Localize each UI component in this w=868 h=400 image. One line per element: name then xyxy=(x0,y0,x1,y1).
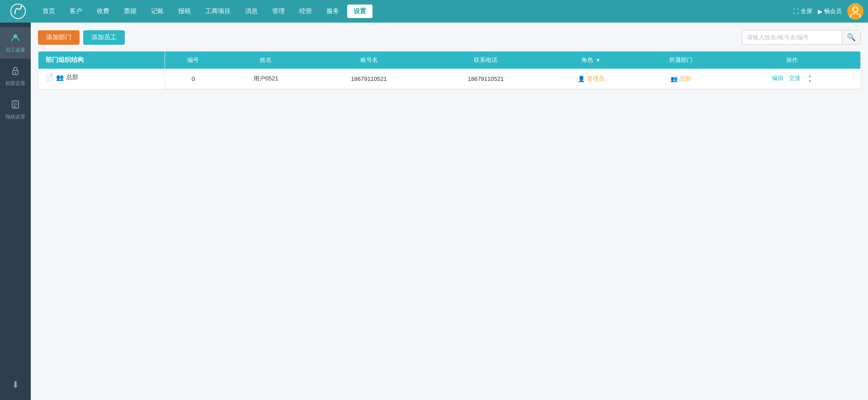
nav-business[interactable]: 工商项目 xyxy=(199,5,237,18)
cell-role: 👤 管理员 xyxy=(544,69,638,89)
dept-user-icon: 👥 xyxy=(56,74,64,81)
employee-table-area: 编号 姓名 账号名 联系电话 角色 ▼ 所属部门 操作 xyxy=(165,52,860,89)
col-phone: 联系电话 xyxy=(427,52,544,69)
nav-fee[interactable]: 收费 xyxy=(90,5,116,18)
edit-button[interactable]: 编辑 xyxy=(770,74,785,82)
dept-tree-item-root[interactable]: 📄 👥 总部 xyxy=(38,69,165,86)
fullscreen-label: 全屏 xyxy=(801,7,812,15)
search-button[interactable]: 🔍 xyxy=(842,30,860,44)
lock-icon xyxy=(10,66,20,78)
sidebar-permission-label: 权限设置 xyxy=(5,80,25,87)
right-tools: ⛶ 全屏 ▶ 畅会员 xyxy=(793,3,863,19)
role-user-icon: 👤 xyxy=(578,75,585,82)
nav-items: 首页 客户 收费 票据 记账 报税 工商项目 消息 管理 经营 服务 设置 xyxy=(36,5,793,18)
cell-account: 18679110521 xyxy=(311,69,427,89)
svg-point-1 xyxy=(20,5,22,7)
dept-tree-header: 部门组织结构 xyxy=(38,52,165,69)
search-input[interactable] xyxy=(742,31,842,43)
content-area: 部门组织结构 📄 👥 总部 编号 姓名 账号名 联系电话 xyxy=(38,51,861,89)
vip-icon: ▶ xyxy=(818,8,822,15)
scroll-down-icon[interactable]: ▼ xyxy=(807,79,812,84)
col-dept: 所属部门 xyxy=(638,52,724,69)
col-id: 编号 xyxy=(165,52,222,69)
cell-actions: 编辑 交接 ▲ ▼ xyxy=(724,69,860,89)
avatar[interactable] xyxy=(847,3,863,19)
col-role[interactable]: 角色 ▼ xyxy=(544,52,638,69)
svg-point-7 xyxy=(856,9,857,9)
sidebar-item-permission[interactable]: 权限设置 xyxy=(0,61,31,92)
main-content: 添加部门 添加员工 🔍 部门组织结构 📄 👥 总部 xyxy=(31,23,868,400)
nav-manage[interactable]: 管理 xyxy=(266,5,291,18)
svg-point-10 xyxy=(15,72,16,74)
nav-invoice[interactable]: 票据 xyxy=(118,5,143,18)
table-row: 0 用户0521 18679110521 18679110521 👤 管理员 xyxy=(165,69,860,89)
cell-dept: 👥 总部 xyxy=(638,69,724,89)
sidebar-employee-label: 员工设置 xyxy=(5,47,25,53)
col-name: 姓名 xyxy=(222,52,311,69)
employee-icon xyxy=(10,33,20,45)
top-navigation: 首页 客户 收费 票据 记账 报税 工商项目 消息 管理 经营 服务 设置 ⛶ … xyxy=(0,0,868,23)
app-logo xyxy=(5,3,32,19)
nav-accounting[interactable]: 记账 xyxy=(145,5,170,18)
toolbar: 添加部门 添加员工 🔍 xyxy=(38,30,861,45)
nav-message[interactable]: 消息 xyxy=(239,5,264,18)
main-layout: 员工设置 权限设置 报税设置 xyxy=(0,23,868,400)
vip-button[interactable]: ▶ 畅会员 xyxy=(818,7,842,15)
svg-point-0 xyxy=(11,4,25,19)
file-icon: 📄 xyxy=(46,74,53,81)
dept-tree: 部门组织结构 📄 👥 总部 xyxy=(38,52,165,89)
svg-point-6 xyxy=(854,9,854,9)
sidebar-download-button[interactable]: ⬇ xyxy=(0,374,31,395)
col-account: 账号名 xyxy=(311,52,427,69)
dept-cell-icon: 👥 xyxy=(670,75,678,82)
download-icon: ⬇ xyxy=(12,379,19,390)
cell-name: 用户0521 xyxy=(222,69,311,89)
cell-phone: 18679110521 xyxy=(427,69,544,89)
add-staff-button[interactable]: 添加员工 xyxy=(83,30,125,45)
dept-name: 总部 xyxy=(66,73,78,81)
cell-id: 0 xyxy=(165,69,222,89)
col-actions: 操作 xyxy=(724,52,860,69)
sidebar: 员工设置 权限设置 报税设置 xyxy=(0,23,31,400)
search-bar: 🔍 xyxy=(742,30,861,45)
sidebar-item-employee[interactable]: 员工设置 xyxy=(0,27,31,59)
transfer-button[interactable]: 交接 xyxy=(787,74,802,82)
fullscreen-icon: ⛶ xyxy=(793,8,799,15)
add-dept-button[interactable]: 添加部门 xyxy=(38,30,80,45)
nav-operation[interactable]: 经营 xyxy=(293,5,318,18)
nav-settings[interactable]: 设置 xyxy=(347,5,373,18)
sidebar-tax-label: 报税设置 xyxy=(5,113,25,120)
tax-settings-icon xyxy=(10,99,20,112)
nav-customer[interactable]: 客户 xyxy=(63,5,89,18)
nav-tax[interactable]: 报税 xyxy=(172,5,197,18)
employee-table: 编号 姓名 账号名 联系电话 角色 ▼ 所属部门 操作 xyxy=(165,52,860,89)
vip-label: 畅会员 xyxy=(824,7,842,15)
sidebar-item-tax-settings[interactable]: 报税设置 xyxy=(0,94,31,126)
scroll-up-icon[interactable]: ▲ xyxy=(807,73,812,79)
nav-home[interactable]: 首页 xyxy=(36,5,61,18)
filter-icon: ▼ xyxy=(596,57,601,63)
fullscreen-button[interactable]: ⛶ 全屏 xyxy=(793,7,812,15)
nav-service[interactable]: 服务 xyxy=(320,5,345,18)
